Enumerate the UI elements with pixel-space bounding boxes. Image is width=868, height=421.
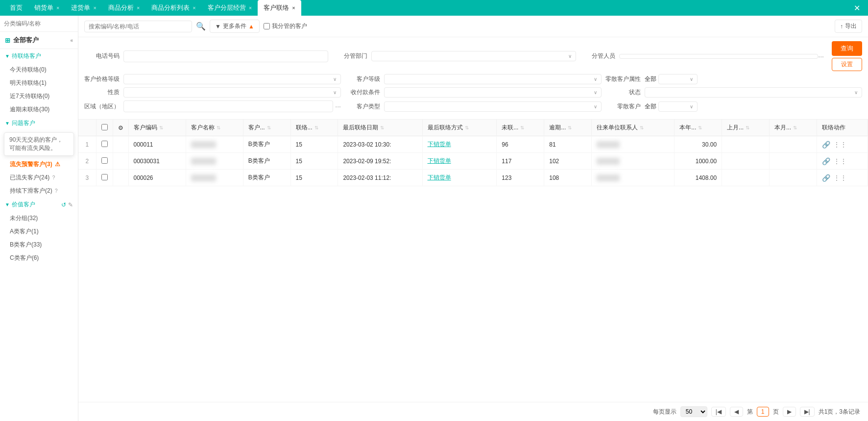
filter-field-zero-attr: 零散客户属性 全部 ∨ [605,74,862,84]
manager-more-icon[interactable]: ··· [818,52,824,60]
th-this-month[interactable]: 本月...⇅ [769,120,817,136]
sidebar-item-7days[interactable]: 近7天待联络(0) [0,90,78,103]
cell-last-contact-method[interactable]: 下销货单 [422,136,497,153]
tab-analysis-close[interactable]: × [137,5,140,11]
cell-checkbox[interactable] [96,153,113,170]
sidebar-item-churn-warning[interactable]: 流失预警客户(3) ⚠ [0,158,78,171]
sidebar-item-today[interactable]: 今天待联络(0) [0,63,78,76]
my-customers-checkbox[interactable]: 我分管的客户 [264,22,307,30]
sidebar-search-input[interactable] [4,20,77,27]
window-close-icon[interactable]: ✕ [850,3,864,13]
page-size-select[interactable]: 50 20 100 [680,406,707,417]
next-page-btn[interactable]: ▶ [783,407,796,417]
sidebar-all-customers[interactable]: ⊞ 全部客户 « [0,32,78,49]
tab-customer-segment-close[interactable]: × [249,5,252,11]
phone-input[interactable] [123,50,328,62]
sidebar-item-class-c[interactable]: C类客户(6) [0,251,78,265]
action-menu-icon[interactable]: ⋮⋮ [833,141,847,149]
sidebar-group-pending[interactable]: ▼ 待联络客户 [0,49,78,63]
sidebar-item-ungrouped[interactable]: 未分组(32) [0,212,78,225]
price-level-select[interactable]: ∨ [123,74,341,84]
cell-unit-contact: ██ ██... [592,136,675,153]
sidebar-group-at-risk[interactable]: ▼ 问题客户 [0,116,78,130]
th-contact[interactable]: 联络...⇅ [290,120,338,136]
cell-last-month [722,170,770,186]
query-button[interactable]: 查询 [832,41,862,56]
th-type[interactable]: 客户...⇅ [243,120,290,136]
tab-purchase[interactable]: 进货单 × [65,0,102,16]
th-code[interactable]: 客户编码⇅ [128,120,186,136]
tab-analysis-list[interactable]: 商品分析列表 × [145,0,201,16]
cell-last-contact-method[interactable]: 下销货单 [422,170,497,186]
customer-type-select[interactable]: ∨ [384,101,602,112]
action-link-icon[interactable]: 🔗 [822,174,830,182]
grid-icon: ⊞ [5,37,10,44]
refresh-icon[interactable]: ↺ [61,201,66,208]
zero-customer-select[interactable]: ∨ [658,101,698,112]
first-page-btn[interactable]: |◀ [711,407,726,417]
tab-customer-link[interactable]: 客户联络 × [258,0,301,16]
tab-home[interactable]: 首页 [4,0,28,16]
status-select[interactable]: ∨ [645,87,862,98]
my-customers-check[interactable] [264,23,270,29]
warning-icon: ⚠ [55,161,60,168]
export-btn[interactable]: ↑ 导出 [835,20,862,33]
top-tab-bar: 首页 销货单 × 进货单 × 商品分析 × 商品分析列表 × 客户分层经营 × … [0,0,868,16]
filter-search-input[interactable] [84,21,192,32]
last-page-btn[interactable]: ▶| [800,407,815,417]
sidebar-item-overdue[interactable]: 逾期未联络(30) [0,103,78,116]
tab-analysis-list-close[interactable]: × [193,5,195,11]
cell-last-contact-method[interactable]: 下销货单 [422,153,497,170]
filter-bar-right: ↑ 导出 [835,20,862,33]
zero-attr-arrow-icon: ∨ [690,76,693,82]
payment-select[interactable]: ∨ [384,87,602,98]
th-settings[interactable]: ⚙ [113,120,128,136]
th-last-month[interactable]: 上月...⇅ [722,120,770,136]
sidebar-item-declining[interactable]: 持续下滑客户(2) ? [0,184,78,198]
tab-sales[interactable]: 销货单 × [28,0,65,16]
more-conditions-btn[interactable]: ▼ 更多条件 ▲ [210,20,260,33]
th-not-contacted[interactable]: 未联...⇅ [497,120,544,136]
sidebar-item-class-b[interactable]: B类客户(33) [0,238,78,251]
cell-index: 1 [78,136,96,153]
tab-analysis[interactable]: 商品分析 × [102,0,145,16]
edit-icon[interactable]: ✎ [68,201,73,208]
manager-select[interactable] [619,54,818,59]
sidebar-item-churned[interactable]: 已流失客户(24) ? [0,171,78,184]
cell-not-contacted: 96 [497,136,544,153]
cell-checkbox[interactable] [96,136,113,153]
filter-search-icon[interactable]: 🔍 [196,22,206,31]
region-more-icon[interactable]: ··· [335,102,341,110]
cell-type: B类客户 [243,153,290,170]
customer-level-select[interactable]: ∨ [384,74,602,84]
action-menu-icon[interactable]: ⋮⋮ [833,157,847,165]
tab-customer-segment[interactable]: 客户分层经营 × [202,0,258,16]
th-unit-contact[interactable]: 往来单位联系人⇅ [592,120,675,136]
collapse-icon[interactable]: « [70,38,73,43]
th-last-contact-method[interactable]: 最后联络方式⇅ [422,120,497,136]
sort-contact-icon: ⇅ [314,125,318,130]
cell-checkbox[interactable] [96,170,113,186]
tab-customer-link-close[interactable]: × [292,5,295,11]
region-input[interactable] [123,100,333,112]
action-menu-icon[interactable]: ⋮⋮ [833,174,847,182]
sidebar-item-class-a[interactable]: A类客户(1) [0,225,78,238]
action-link-icon[interactable]: 🔗 [822,141,830,149]
sidebar-group-value[interactable]: ▼ 价值客户 ↺ ✎ [0,198,78,212]
th-this-year[interactable]: 本年...⇅ [675,120,722,136]
nature-select[interactable]: ∨ [123,87,341,98]
cell-index: 3 [78,170,96,186]
th-last-contact-date[interactable]: 最后联络日期⇅ [338,120,422,136]
action-link-icon[interactable]: 🔗 [822,157,830,165]
tab-purchase-close[interactable]: × [93,5,96,11]
th-name[interactable]: 客户名称⇅ [186,120,243,136]
th-overdue[interactable]: 逾期...⇅ [544,120,592,136]
select-all-checkbox[interactable] [101,124,108,130]
dept-select[interactable]: ∨ [371,51,576,61]
prev-page-btn[interactable]: ◀ [730,407,743,417]
sort-method-icon: ⇅ [465,125,469,130]
zero-attr-select[interactable]: ∨ [658,74,698,84]
sidebar-item-tomorrow[interactable]: 明天待联络(1) [0,76,78,90]
tab-sales-close[interactable]: × [56,5,59,11]
setting-button[interactable]: 设置 [832,58,862,71]
